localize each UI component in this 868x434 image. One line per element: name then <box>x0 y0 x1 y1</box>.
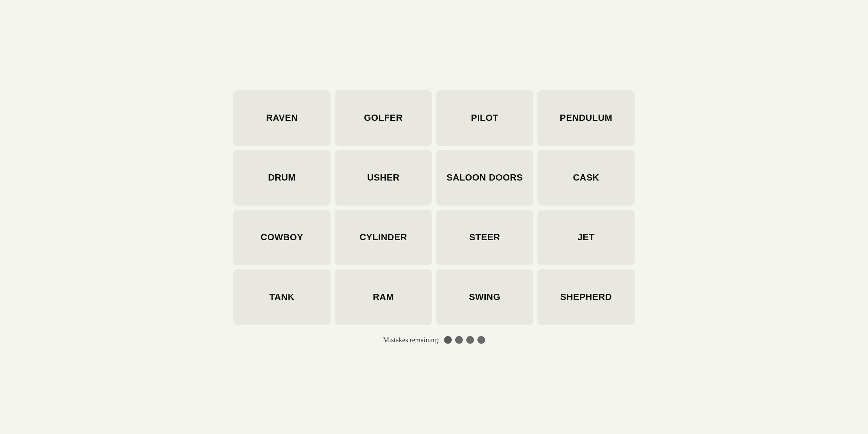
tile-ram[interactable]: RAM <box>335 269 432 325</box>
tile-label-jet: JET <box>577 232 594 243</box>
tile-saloon-doors[interactable]: SALOON DOORS <box>436 150 533 206</box>
tile-label-cask: CASK <box>573 172 599 183</box>
tile-label-cylinder: CYLINDER <box>360 232 407 243</box>
tile-cylinder[interactable]: CYLINDER <box>335 210 432 265</box>
tile-steer[interactable]: STEER <box>436 210 533 265</box>
mistakes-row: Mistakes remaining: <box>383 336 485 344</box>
tile-label-saloon-doors: SALOON DOORS <box>446 172 523 183</box>
tile-label-cowboy: COWBOY <box>261 232 303 243</box>
mistake-dot-2 <box>455 336 463 344</box>
tile-label-drum: DRUM <box>268 172 296 183</box>
tile-label-tank: TANK <box>269 292 294 302</box>
tile-cask[interactable]: CASK <box>537 150 635 206</box>
tile-label-shepherd: SHEPHERD <box>560 292 612 302</box>
tile-label-pendulum: PENDULUM <box>560 112 612 123</box>
game-container: RAVENGOLFERPILOTPENDULUMDRUMUSHERSALOON … <box>219 76 649 358</box>
tile-pilot[interactable]: PILOT <box>436 90 533 146</box>
tile-swing[interactable]: SWING <box>436 269 533 325</box>
tile-label-usher: USHER <box>367 172 400 183</box>
tile-label-swing: SWING <box>469 292 501 302</box>
tile-jet[interactable]: JET <box>537 210 635 265</box>
tile-tank[interactable]: TANK <box>233 269 331 325</box>
tile-label-raven: RAVEN <box>266 112 298 123</box>
mistakes-label: Mistakes remaining: <box>383 336 440 344</box>
tile-drum[interactable]: DRUM <box>233 150 331 206</box>
mistake-dot-1 <box>444 336 452 344</box>
mistakes-dots <box>444 336 485 344</box>
tile-raven[interactable]: RAVEN <box>233 90 331 146</box>
tile-pendulum[interactable]: PENDULUM <box>537 90 635 146</box>
tile-label-ram: RAM <box>373 292 394 302</box>
mistake-dot-4 <box>477 336 485 344</box>
tile-label-golfer: GOLFER <box>364 112 402 123</box>
tile-label-steer: STEER <box>469 232 500 243</box>
tile-cowboy[interactable]: COWBOY <box>233 210 331 265</box>
tile-usher[interactable]: USHER <box>335 150 432 206</box>
tile-shepherd[interactable]: SHEPHERD <box>537 269 635 325</box>
tile-golfer[interactable]: GOLFER <box>335 90 432 146</box>
mistake-dot-3 <box>466 336 474 344</box>
tile-label-pilot: PILOT <box>471 112 498 123</box>
word-grid: RAVENGOLFERPILOTPENDULUMDRUMUSHERSALOON … <box>233 90 635 325</box>
